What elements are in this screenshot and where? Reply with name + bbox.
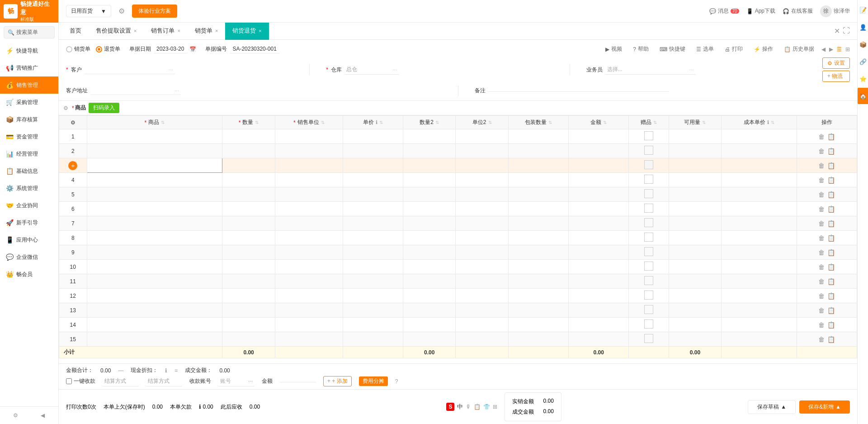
tab-return[interactable]: 销货退货 × xyxy=(225,23,269,40)
table-scroll[interactable]: ⚙ * 商品 ⇅ * 数量 ⇅ * 销售单位 ⇅ 单价 ℹ ⇅ xyxy=(59,115,857,363)
close-return-icon[interactable]: × xyxy=(259,28,261,33)
customer-input[interactable]: ··· xyxy=(85,66,175,74)
table-gear-icon[interactable]: ⚙ xyxy=(63,105,68,111)
select-order-btn[interactable]: ☰ 选单 xyxy=(693,43,717,55)
gift-checkbox-15[interactable] xyxy=(644,334,653,343)
sidebar-item-purchase[interactable]: 🛒 采购管理 xyxy=(0,94,58,111)
sidebar-item-marketing[interactable]: 📢 营销推广 xyxy=(0,59,58,76)
view-grid-icon[interactable]: ⊞ xyxy=(845,46,850,52)
settings-action-btn[interactable]: ⚙ 设置 xyxy=(822,57,850,69)
gift-checkbox-1[interactable] xyxy=(644,131,653,140)
gift-checkbox-7[interactable] xyxy=(644,218,653,227)
sidebar-item-app-center[interactable]: 📱 应用中心 xyxy=(0,231,58,248)
gift-checkbox-5[interactable] xyxy=(644,189,653,198)
app-download-btn[interactable]: 📱 App下载 xyxy=(746,7,775,15)
radio-sale[interactable]: 销货单 xyxy=(66,45,90,53)
close-price-extract-icon[interactable]: × xyxy=(134,28,137,33)
view-list-icon[interactable]: ☰ xyxy=(837,46,842,52)
delete-row-3-btn[interactable]: 🗑 xyxy=(817,162,826,169)
copy-row-14-btn[interactable]: 📋 xyxy=(826,321,836,329)
right-panel-icon-1[interactable]: 📝 xyxy=(858,2,868,18)
copy-row-1-btn[interactable]: 📋 xyxy=(826,133,836,140)
save-draft-btn[interactable]: 保存草稿 ▲ xyxy=(748,400,796,414)
copy-row-6-btn[interactable]: 📋 xyxy=(826,205,836,213)
gift-checkbox-10[interactable] xyxy=(644,262,653,271)
tab-price-extract[interactable]: 售价提取设置 × xyxy=(89,23,144,40)
sidebar-collapse-btn[interactable]: ◀ xyxy=(31,410,55,420)
one-click-pay-checkbox[interactable]: 一键收款 xyxy=(66,377,95,385)
copy-row-3-btn[interactable]: 📋 xyxy=(826,162,836,169)
delete-row-6-btn[interactable]: 🗑 xyxy=(817,205,826,213)
gift-checkbox-12[interactable] xyxy=(644,291,653,300)
delete-row-4-btn[interactable]: 🗑 xyxy=(817,176,826,184)
copy-row-9-btn[interactable]: 📋 xyxy=(826,249,836,256)
close-sales-order-icon[interactable]: × xyxy=(177,28,180,33)
gift-checkbox-6[interactable] xyxy=(644,204,653,213)
gift-checkbox-4[interactable] xyxy=(644,175,653,184)
scan-input-btn[interactable]: 扫码录入 xyxy=(89,103,119,113)
sidebar-item-operations[interactable]: 📊 经营管理 xyxy=(0,145,58,162)
close-sales-icon[interactable]: × xyxy=(215,28,218,33)
search-menu-button[interactable]: 🔍 搜索菜单 xyxy=(4,26,55,38)
fee-split-btn[interactable]: 费用分摊 xyxy=(359,376,388,386)
right-panel-icon-5[interactable]: ⭐ xyxy=(858,71,868,87)
delete-row-14-btn[interactable]: 🗑 xyxy=(817,321,826,329)
gift-checkbox-9[interactable] xyxy=(644,247,653,256)
delete-row-1-btn[interactable]: 🗑 xyxy=(817,133,826,140)
sidebar-item-sales[interactable]: 💰 销售管理 xyxy=(0,76,58,94)
gift-checkbox-11[interactable] xyxy=(644,276,653,285)
copy-row-10-btn[interactable]: 📋 xyxy=(826,263,836,271)
settings-icon[interactable]: ⚙ xyxy=(118,7,125,15)
summary-method-input[interactable]: 结算方式 xyxy=(146,376,182,386)
sidebar-item-wechat[interactable]: 💬 企业微信 xyxy=(0,248,58,266)
online-service-btn[interactable]: 🎧 在线客服 xyxy=(783,7,813,15)
video-btn[interactable]: ▶ 视频 xyxy=(602,43,626,55)
print-btn[interactable]: 🖨 打印 xyxy=(721,43,746,55)
one-click-pay-check[interactable] xyxy=(66,378,72,384)
remark-input[interactable] xyxy=(488,90,669,92)
delete-row-5-btn[interactable]: 🗑 xyxy=(817,191,826,198)
warehouse-input[interactable]: 总仓 ··· xyxy=(344,65,399,75)
copy-row-13-btn[interactable]: 📋 xyxy=(826,307,836,314)
copy-row-7-btn[interactable]: 📋 xyxy=(826,220,836,227)
tab-close-all-icon[interactable]: ✕ xyxy=(834,27,840,35)
delete-row-10-btn[interactable]: 🗑 xyxy=(817,263,826,271)
tab-sales[interactable]: 销货单 × xyxy=(188,23,225,40)
sidebar-item-finance[interactable]: 💳 资金管理 xyxy=(0,128,58,145)
calendar-icon[interactable]: 📅 xyxy=(189,46,196,52)
address-input[interactable]: ··· xyxy=(90,86,181,95)
gift-checkbox-13[interactable] xyxy=(644,305,653,314)
tab-sales-order[interactable]: 销售订单 × xyxy=(144,23,187,40)
copy-row-8-btn[interactable]: 📋 xyxy=(826,234,836,242)
message-btn[interactable]: 💬 消息 70 xyxy=(709,7,739,15)
delete-row-11-btn[interactable]: 🗑 xyxy=(817,278,826,285)
cash-discount-info-icon[interactable]: ℹ xyxy=(165,367,167,374)
sidebar-item-system[interactable]: ⚙️ 系统管理 xyxy=(0,180,58,197)
right-panel-icon-4[interactable]: 🔗 xyxy=(858,53,868,70)
salesperson-input[interactable]: 选择... ··· xyxy=(605,65,696,75)
gift-checkbox-14[interactable] xyxy=(644,319,653,329)
history-nav-prev[interactable]: ◀ xyxy=(821,46,826,52)
add-payment-btn[interactable]: + + 添加 xyxy=(323,376,352,386)
right-panel-icon-6[interactable]: 🏠 xyxy=(858,88,868,104)
delete-row-8-btn[interactable]: 🗑 xyxy=(817,234,826,242)
user-info[interactable]: 徐 徐泽华 xyxy=(820,5,850,17)
tab-expand-icon[interactable]: ⛶ xyxy=(843,27,850,35)
radio-return[interactable]: 退货单 xyxy=(96,45,120,53)
delete-row-7-btn[interactable]: 🗑 xyxy=(817,220,826,227)
copy-row-15-btn[interactable]: 📋 xyxy=(826,336,836,343)
logistics-btn[interactable]: + 物流 xyxy=(822,71,850,82)
action-dropdown-btn[interactable]: ⚡ 操作 xyxy=(750,43,777,55)
copy-row-2-btn[interactable]: 📋 xyxy=(826,148,836,155)
right-panel-icon-2[interactable]: 👤 xyxy=(858,19,868,35)
sidebar-item-basic[interactable]: 📋 基础信息 xyxy=(0,162,58,180)
delete-row-2-btn[interactable]: 🗑 xyxy=(817,148,826,155)
settlement-method-input[interactable]: 结算方式 xyxy=(103,376,139,386)
sidebar-item-member[interactable]: 👑 畅会员 xyxy=(0,266,58,283)
sidebar-settings-btn[interactable]: ⚙ xyxy=(4,410,28,420)
payment-amount-input[interactable] xyxy=(280,380,316,382)
copy-row-11-btn[interactable]: 📋 xyxy=(826,278,836,285)
save-new-btn[interactable]: 保存&新增 ▲ xyxy=(799,400,850,414)
sidebar-item-cooperation[interactable]: 🤝 企业协同 xyxy=(0,197,58,214)
gift-checkbox-2[interactable] xyxy=(644,146,653,155)
